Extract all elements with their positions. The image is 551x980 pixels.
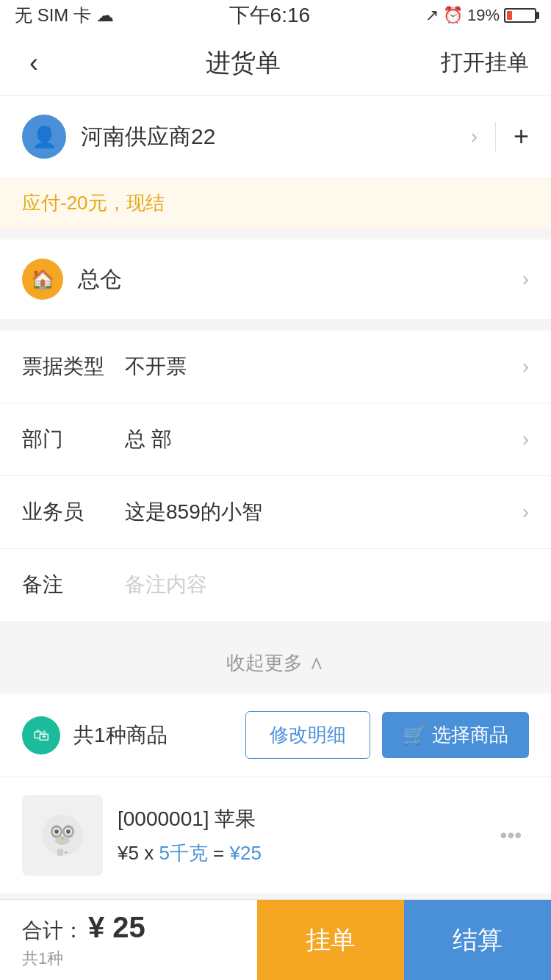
ticket-type-value: 不开票: [110, 353, 522, 381]
remark-input[interactable]: 备注内容: [110, 571, 529, 599]
total-label: 合计：: [22, 917, 84, 945]
location-icon: ↗: [425, 6, 439, 25]
product-name: [0000001] 苹果: [118, 805, 493, 833]
payment-warning: 应付-20元，现结: [0, 179, 551, 228]
supplier-avatar: 👤: [22, 115, 66, 159]
product-info: [0000001] 苹果 ¥5 x 5千克 = ¥25: [118, 805, 493, 866]
salesperson-label: 业务员: [22, 498, 110, 526]
product-total: ¥25: [230, 842, 262, 864]
department-arrow-icon: ›: [522, 428, 529, 451]
department-label: 部门: [22, 425, 110, 453]
product-more-button[interactable]: •••: [493, 816, 529, 854]
nav-bar: ‹ 进货单 打开挂单: [0, 31, 551, 96]
department-value: 总 部: [110, 425, 522, 453]
ticket-type-row[interactable]: 票据类型 不开票 ›: [0, 331, 551, 403]
supplier-arrow-icon: ›: [471, 125, 478, 148]
cart-icon: 🛒: [403, 724, 426, 746]
avatar-icon: 👤: [32, 125, 57, 149]
supplier-name: 河南供应商22: [81, 122, 471, 152]
salesperson-arrow-icon: ›: [522, 500, 529, 524]
product-unit-price: ¥5: [118, 842, 139, 864]
sim-status: 无 SIM 卡 ☁: [15, 4, 114, 27]
edit-details-button[interactable]: 修改明细: [245, 711, 370, 759]
product-price-row: ¥5 x 5千克 = ¥25: [118, 840, 493, 866]
total-line: 合计： ¥ 25: [22, 911, 235, 945]
hang-order-button[interactable]: 挂单: [257, 900, 404, 980]
ticket-type-arrow-icon: ›: [522, 355, 529, 378]
select-product-button[interactable]: 🛒 选择商品: [382, 712, 529, 758]
remark-row[interactable]: 备注 备注内容: [0, 549, 551, 621]
content-area: 👤 河南供应商22 › + 应付-20元，现结 🏠 总仓 › 票据类型 不开票 …: [0, 96, 551, 980]
supplier-row[interactable]: 👤 河南供应商22 › +: [0, 96, 551, 179]
product-section-icon: 🛍: [22, 716, 60, 754]
supplier-card: 👤 河南供应商22 › + 应付-20元，现结: [0, 96, 551, 228]
warehouse-row[interactable]: 🏠 总仓 ›: [0, 239, 551, 319]
product-code: [0000001]: [118, 807, 209, 830]
svg-point-5: [54, 829, 59, 834]
open-pending-button[interactable]: 打开挂单: [441, 48, 529, 78]
add-supplier-button[interactable]: +: [514, 121, 529, 152]
back-button[interactable]: ‹: [22, 40, 46, 86]
footer-total: 合计： ¥ 25 共1种: [0, 900, 257, 980]
status-left: 无 SIM 卡 ☁: [15, 4, 114, 27]
product-title: 苹果: [215, 807, 256, 830]
bag-icon: 🛍: [33, 726, 49, 745]
product-quantity: 5千克: [159, 842, 207, 864]
settle-button[interactable]: 结算: [404, 900, 551, 980]
status-bar: 无 SIM 卡 ☁ 下午6:16 ↗ ⏰ 19%: [0, 0, 551, 31]
supplier-divider: [495, 122, 496, 151]
warehouse-icon: 🏠: [22, 259, 63, 300]
collapse-bar[interactable]: 收起更多 ∧: [0, 633, 551, 693]
owl-icon: 督+: [37, 810, 88, 861]
product-count-label: 共1种商品: [73, 721, 245, 749]
product-thumbnail: 督+: [22, 795, 103, 876]
salesperson-value: 这是859的小智: [110, 498, 522, 526]
svg-text:督+: 督+: [57, 849, 68, 857]
warehouse-card[interactable]: 🏠 总仓 ›: [0, 239, 551, 319]
total-amount: ¥ 25: [88, 911, 145, 944]
warehouse-symbol: 🏠: [31, 268, 54, 291]
footer: 合计： ¥ 25 共1种 挂单 结算: [0, 899, 551, 980]
status-right: ↗ ⏰ 19%: [425, 6, 536, 25]
svg-point-6: [66, 829, 71, 834]
battery-icon: [504, 8, 536, 23]
form-card: 票据类型 不开票 › 部门 总 部 › 业务员 这是859的小智 › 备注 备注…: [0, 331, 551, 621]
warehouse-name: 总仓: [78, 264, 522, 295]
ticket-type-label: 票据类型: [22, 353, 110, 381]
battery-percent: 19%: [467, 6, 500, 25]
page-title: 进货单: [206, 46, 281, 80]
department-row[interactable]: 部门 总 部 ›: [0, 403, 551, 476]
status-time: 下午6:16: [229, 1, 311, 29]
product-header: 🛍 共1种商品 修改明细 🛒 选择商品: [0, 693, 551, 777]
salesperson-row[interactable]: 业务员 这是859的小智 ›: [0, 476, 551, 549]
warehouse-arrow-icon: ›: [522, 267, 529, 291]
remark-label: 备注: [22, 571, 110, 599]
alarm-icon: ⏰: [443, 6, 463, 25]
product-multiply: x: [144, 842, 159, 864]
product-item: 督+ [0000001] 苹果 ¥5 x 5千克 = ¥25 •••: [0, 777, 551, 893]
total-sub-label: 共1种: [22, 948, 235, 970]
product-equals: =: [213, 842, 229, 864]
